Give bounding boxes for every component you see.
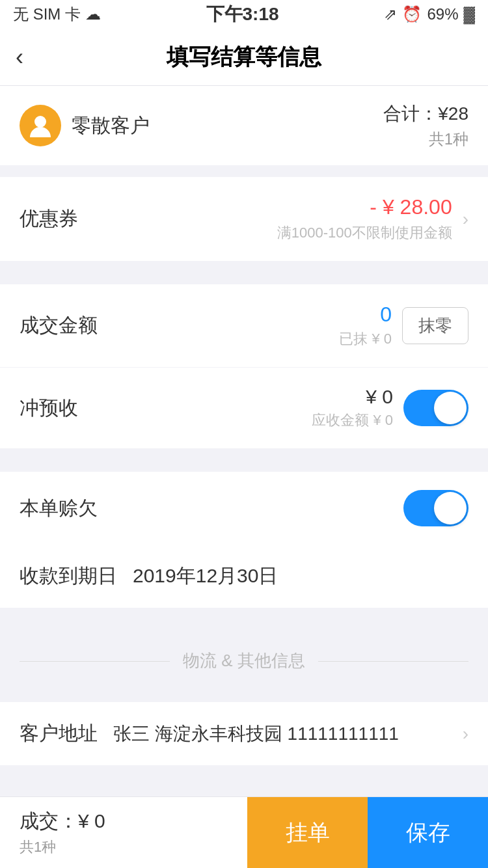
logistics-divider-text: 物流 & 其他信息 [170, 649, 318, 672]
debt-row: 本单赊欠 [0, 472, 488, 545]
coupon-value-block: - ¥ 28.00 满1000-100不限制使用金额 [277, 195, 452, 243]
debt-section: 本单赊欠 收款到期日 2019年12月30日 [0, 472, 488, 608]
deal-amount-row: 成交金额 0 已抹 ¥ 0 抹零 [0, 284, 488, 368]
pre-receive-value: ¥ 0 [312, 386, 393, 408]
address-label: 客户地址 [20, 720, 98, 747]
content-area: 零散客户 合计：¥28 共1种 优惠券 - ¥ 28.00 满1000-100不… [0, 86, 488, 855]
person-icon [27, 113, 53, 139]
address-section: 客户地址 张三 海淀永丰科技园 11111111111 › [0, 702, 488, 765]
customer-count: 共1种 [383, 129, 468, 150]
save-button[interactable]: 保存 [368, 797, 488, 868]
chevron-right-icon: › [463, 209, 468, 230]
section-divider-4 [0, 690, 488, 702]
due-date-value[interactable]: 2019年12月30日 [133, 563, 278, 590]
status-bar-right: ⇗ ⏰ 69% ▓ [384, 5, 475, 23]
bottom-actions: 挂单 保存 [247, 797, 488, 868]
due-date-label: 收款到期日 [20, 563, 117, 590]
address-value: 张三 海淀永丰科技园 11111111111 [113, 722, 463, 746]
coupon-row[interactable]: 优惠券 - ¥ 28.00 满1000-100不限制使用金额 › [0, 177, 488, 261]
customer-row: 零散客户 合计：¥28 共1种 [0, 86, 488, 165]
battery-icon: ▓ [463, 5, 475, 23]
coupon-right: - ¥ 28.00 满1000-100不限制使用金额 › [277, 195, 468, 243]
section-divider-1 [0, 273, 488, 284]
sim-signal: 无 SIM 卡 ☁ [13, 4, 101, 25]
deal-amount-value-block: 0 已抹 ¥ 0 [339, 303, 392, 349]
pre-receive-label: 冲预收 [20, 395, 78, 422]
pre-receive-row: 冲预收 ¥ 0 应收金额 ¥ 0 [0, 368, 488, 448]
section-divider-2 [0, 460, 488, 472]
deal-amount-section: 成交金额 0 已抹 ¥ 0 抹零 冲预收 ¥ 0 应收金额 ¥ 0 [0, 284, 488, 448]
svg-point-0 [34, 116, 46, 128]
pre-receive-note: 应收金额 ¥ 0 [312, 411, 393, 430]
logistics-divider: 物流 & 其他信息 [0, 631, 488, 690]
deal-amount-value[interactable]: 0 [339, 303, 392, 327]
page-title: 填写结算等信息 [167, 42, 321, 72]
pending-button[interactable]: 挂单 [247, 797, 368, 868]
back-button[interactable]: ‹ [16, 44, 23, 71]
status-bar-time: 下午3:18 [206, 2, 279, 27]
battery-label: 69% [427, 5, 458, 23]
pre-receive-value-block: ¥ 0 应收金额 ¥ 0 [312, 386, 393, 430]
customer-total: 合计：¥28 [383, 102, 468, 126]
bottom-info: 成交：¥ 0 共1种 [0, 808, 247, 857]
pre-receive-toggle[interactable] [403, 390, 468, 426]
address-row[interactable]: 客户地址 张三 海淀永丰科技园 11111111111 › [0, 702, 488, 765]
customer-summary: 合计：¥28 共1种 [383, 102, 468, 150]
customer-name: 零散客户 [72, 113, 150, 139]
toggle-knob [434, 392, 467, 424]
bottom-deal-value: ¥ 0 [78, 810, 105, 832]
bottom-bar: 成交：¥ 0 共1种 挂单 保存 [0, 796, 488, 868]
debt-toggle-knob [434, 492, 467, 524]
round-zero-button[interactable]: 抹零 [402, 307, 468, 344]
debt-label: 本单赊欠 [20, 495, 98, 522]
pre-receive-right: ¥ 0 应收金额 ¥ 0 [312, 386, 468, 430]
status-bar: 无 SIM 卡 ☁ 下午3:18 ⇗ ⏰ 69% ▓ [0, 0, 488, 29]
coupon-label: 优惠券 [20, 206, 78, 232]
bottom-deal-text: 成交： [20, 810, 78, 832]
due-date-row: 收款到期日 2019年12月30日 [0, 545, 488, 608]
customer-avatar [20, 105, 61, 146]
deal-amount-label: 成交金额 [20, 312, 98, 339]
alarm-icon: ⏰ [402, 5, 422, 23]
status-bar-left: 无 SIM 卡 ☁ [13, 4, 101, 25]
address-chevron-icon: › [463, 724, 468, 744]
coupon-amount: - ¥ 28.00 [277, 195, 452, 219]
location-icon: ⇗ [384, 5, 397, 23]
bottom-count: 共1种 [20, 837, 228, 857]
debt-toggle[interactable] [403, 490, 468, 526]
nav-bar: ‹ 填写结算等信息 [0, 29, 488, 86]
coupon-note: 满1000-100不限制使用金额 [277, 223, 452, 243]
bottom-deal-label: 成交：¥ 0 [20, 808, 228, 835]
section-divider-3 [0, 619, 488, 631]
customer-info: 零散客户 [20, 105, 150, 146]
coupon-section: 优惠券 - ¥ 28.00 满1000-100不限制使用金额 › [0, 177, 488, 261]
deal-amount-right: 0 已抹 ¥ 0 抹零 [339, 303, 468, 349]
deal-amount-note: 已抹 ¥ 0 [339, 329, 392, 349]
